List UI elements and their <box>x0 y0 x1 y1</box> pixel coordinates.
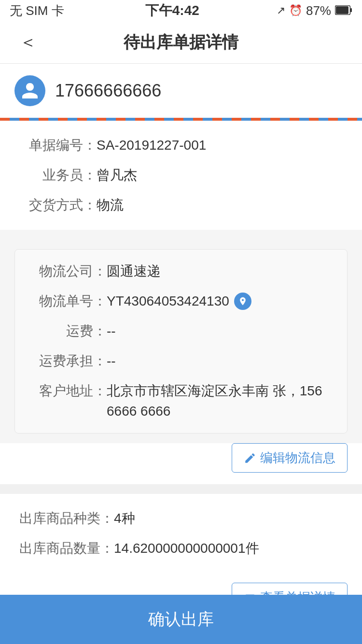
logistics-tracking-value: YT43064053424130 <box>107 291 333 311</box>
product-type-value: 4种 <box>114 508 343 529</box>
order-info-section: 单据编号： SA-20191227-001 业务员： 曾凡杰 交货方式： 物流 <box>0 121 362 230</box>
logistics-tracking-row: 物流单号： YT43064053424130 <box>29 291 333 311</box>
time-text: 下午4:42 <box>145 1 199 20</box>
sales-person-row: 业务员： 曾凡杰 <box>19 165 343 185</box>
page-title: 待出库单据详情 <box>124 31 238 54</box>
logistics-freight-label: 运费： <box>29 321 107 341</box>
logistics-company-value: 圆通速递 <box>107 261 333 281</box>
edit-logistics-button[interactable]: 编辑物流信息 <box>232 443 348 473</box>
alarm-icon: ⏰ <box>289 4 302 17</box>
phone-header: 17666666666 <box>0 64 362 118</box>
logistics-freight-bear-value: -- <box>107 351 333 371</box>
section-divider-1 <box>0 484 362 494</box>
document-number-row: 单据编号： SA-20191227-001 <box>19 135 343 155</box>
product-quantity-value: 14.620000000000001件 <box>114 538 343 559</box>
product-type-label: 出库商品种类： <box>19 508 114 529</box>
sales-person-label: 业务员： <box>19 165 97 185</box>
location-status-icon: ↗ <box>277 4 285 17</box>
product-quantity-row: 出库商品数量： 14.620000000000001件 <box>19 538 343 559</box>
phone-number: 17666666666 <box>55 81 161 101</box>
svg-rect-2 <box>350 8 352 12</box>
avatar <box>14 75 45 106</box>
document-number-value: SA-20191227-001 <box>97 135 343 155</box>
battery-text: 87% <box>306 3 331 18</box>
battery-icon <box>335 3 352 18</box>
logistics-tracking-label: 物流单号： <box>29 291 107 311</box>
logistics-freight-bear-label: 运费承担： <box>29 351 107 371</box>
tracking-location-icon[interactable] <box>234 293 251 310</box>
logistics-company-row: 物流公司： 圆通速递 <box>29 261 333 281</box>
document-number-label: 单据编号： <box>19 135 97 155</box>
sales-person-value: 曾凡杰 <box>97 165 343 185</box>
delivery-method-label: 交货方式： <box>19 195 97 215</box>
confirm-button[interactable]: 确认出库 <box>0 595 362 644</box>
status-bar: 无 SIM 卡 下午4:42 ↗ ⏰ 87% <box>0 0 362 21</box>
logistics-freight-bear-row: 运费承担： -- <box>29 351 333 371</box>
edit-icon <box>244 452 256 464</box>
status-left: 无 SIM 卡 <box>10 2 68 19</box>
logistics-company-label: 物流公司： <box>29 261 107 281</box>
svg-rect-3 <box>336 6 348 14</box>
nav-bar: ＜ 待出库单据详情 <box>0 21 362 64</box>
product-quantity-label: 出库商品数量： <box>19 538 114 559</box>
logistics-freight-row: 运费： -- <box>29 321 333 341</box>
delivery-method-row: 交货方式： 物流 <box>19 195 343 215</box>
logistics-address-row: 客户地址： 北京市市辖区海淀区永丰南 张，156 6666 6666 <box>29 381 333 421</box>
product-section: 出库商品种类： 4种 出库商品数量： 14.620000000000001件 <box>0 494 362 573</box>
back-button[interactable]: ＜ <box>14 26 42 59</box>
logistics-freight-value: -- <box>107 321 333 341</box>
product-type-row: 出库商品种类： 4种 <box>19 508 343 529</box>
status-right: ↗ ⏰ 87% <box>277 3 352 18</box>
delivery-method-value: 物流 <box>97 195 343 215</box>
carrier-text: 无 SIM 卡 <box>10 2 64 19</box>
logistics-card: 物流公司： 圆通速递 物流单号： YT43064053424130 运费： --… <box>14 249 348 434</box>
logistics-address-value: 北京市市辖区海淀区永丰南 张，156 6666 6666 <box>107 381 333 421</box>
edit-btn-container: 编辑物流信息 <box>0 443 362 484</box>
logistics-address-label: 客户地址： <box>29 381 107 401</box>
